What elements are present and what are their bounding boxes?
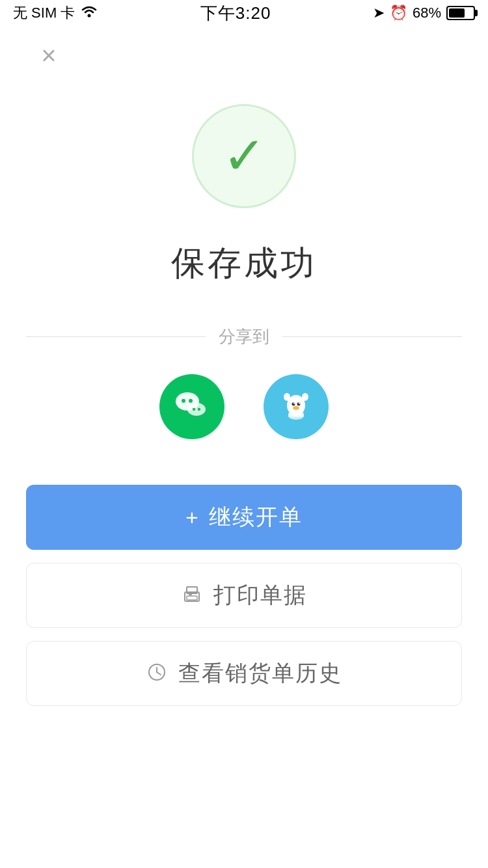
print-label: 打印单据 bbox=[213, 580, 307, 610]
history-button[interactable]: 查看销货单历史 bbox=[26, 641, 462, 706]
battery-percentage: 68% bbox=[413, 5, 441, 21]
share-icons bbox=[26, 374, 462, 439]
qq-icon bbox=[277, 387, 316, 426]
print-button[interactable]: 打印单据 bbox=[26, 563, 462, 628]
svg-point-17 bbox=[284, 393, 290, 401]
clock-icon bbox=[146, 661, 168, 686]
svg-point-12 bbox=[293, 403, 295, 404]
svg-point-5 bbox=[193, 408, 195, 411]
checkmark-icon: ✓ bbox=[223, 130, 266, 182]
wifi-icon bbox=[80, 4, 98, 22]
printer-icon bbox=[181, 583, 203, 608]
svg-line-25 bbox=[157, 672, 161, 675]
svg-rect-22 bbox=[189, 594, 192, 595]
divider-left bbox=[26, 336, 206, 337]
svg-point-4 bbox=[187, 403, 206, 416]
alarm-icon: ⏰ bbox=[390, 5, 407, 21]
svg-point-3 bbox=[189, 399, 193, 403]
status-left: 无 SIM 卡 bbox=[13, 3, 98, 23]
svg-point-11 bbox=[297, 403, 301, 406]
main-content: × ✓ 保存成功 分享到 bbox=[0, 26, 488, 868]
success-title: 保存成功 bbox=[171, 241, 317, 286]
location-icon: ➤ bbox=[373, 5, 385, 21]
wechat-icon bbox=[172, 387, 211, 426]
status-time: 下午3:20 bbox=[200, 2, 271, 25]
continue-order-button[interactable]: + 继续开单 bbox=[26, 485, 462, 550]
actions: + 继续开单 打印单据 bbox=[26, 485, 462, 706]
share-label: 分享到 bbox=[219, 325, 269, 348]
close-button-area: × bbox=[26, 26, 462, 78]
continue-order-label: 继续开单 bbox=[209, 502, 303, 532]
svg-rect-16 bbox=[288, 412, 304, 417]
status-right: ➤ ⏰ 68% bbox=[373, 5, 475, 21]
svg-point-0 bbox=[88, 14, 91, 18]
plus-icon: + bbox=[185, 506, 198, 528]
svg-point-14 bbox=[293, 406, 299, 410]
share-divider: 分享到 bbox=[26, 325, 462, 348]
history-label: 查看销货单历史 bbox=[178, 658, 342, 688]
battery-icon bbox=[446, 6, 475, 20]
svg-point-18 bbox=[302, 393, 308, 401]
svg-rect-21 bbox=[187, 596, 197, 600]
close-button[interactable]: × bbox=[33, 39, 65, 72]
svg-point-2 bbox=[182, 399, 185, 403]
svg-point-6 bbox=[198, 408, 200, 411]
sim-status: 无 SIM 卡 bbox=[13, 3, 75, 23]
svg-point-13 bbox=[299, 403, 300, 404]
wechat-share-button[interactable] bbox=[159, 374, 224, 439]
status-bar: 无 SIM 卡 下午3:20 ➤ ⏰ 68% bbox=[0, 0, 488, 26]
close-x-icon: × bbox=[41, 42, 56, 68]
success-circle: ✓ bbox=[192, 104, 296, 208]
share-section: 分享到 bbox=[26, 325, 462, 439]
svg-point-10 bbox=[292, 403, 295, 406]
qq-share-button[interactable] bbox=[264, 374, 329, 439]
divider-right bbox=[282, 336, 462, 337]
